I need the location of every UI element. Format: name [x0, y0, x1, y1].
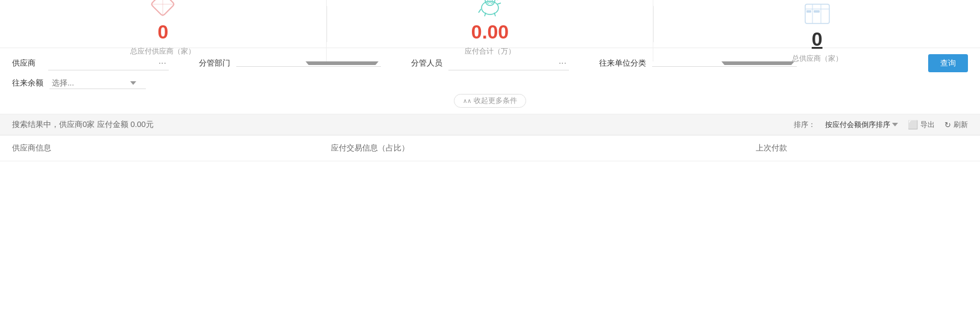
svg-point-4	[485, 0, 495, 5]
stats-bar: 0 总应付供应商（家）	[0, 0, 980, 48]
payable-total-count: 0.00	[471, 20, 509, 43]
filter-row-2: 往来余额	[12, 77, 968, 89]
svg-rect-17	[806, 10, 811, 13]
stat-total-payable-suppliers: 0 总应付供应商（家）	[0, 0, 327, 61]
dept-label: 分管部门	[199, 58, 230, 69]
stat-total-suppliers: 快速录单的快捷键说明在这里 × 0 总供应商（家）	[654, 0, 980, 69]
export-button[interactable]: ⬜ 导出	[908, 120, 935, 130]
svg-rect-18	[814, 10, 820, 13]
dept-chevron-icon	[306, 61, 378, 65]
refresh-icon: ↻	[944, 120, 951, 129]
supplier-input[interactable]	[51, 58, 129, 67]
total-suppliers-label: 总供应商（家）	[792, 54, 843, 64]
payable-total-label: 应付合计（万）	[465, 46, 515, 57]
total-payable-count: 0	[157, 20, 168, 43]
supplier-input-wrap[interactable]: ···	[48, 57, 169, 70]
sort-label: 排序：	[794, 120, 815, 130]
total-payable-label: 总应付供应商（家）	[130, 46, 195, 57]
svg-line-10	[479, 9, 481, 13]
export-icon: ⬜	[908, 120, 918, 129]
svg-point-7	[487, 0, 488, 1]
refresh-button[interactable]: ↻ 刷新	[944, 120, 968, 130]
sort-value: 按应付会额倒序排序	[825, 120, 890, 130]
person-label: 分管人员	[411, 58, 442, 69]
refresh-label: 刷新	[953, 120, 968, 130]
svg-line-9	[497, 3, 501, 4]
svg-point-8	[492, 0, 493, 1]
balance-chevron-icon	[130, 81, 136, 85]
stat-payable-total: 0.00 应付合计（万）	[327, 0, 654, 61]
dept-select-wrap[interactable]	[236, 60, 381, 67]
result-summary: 搜索结果中，供应商0家 应付金额 0.00元	[12, 119, 794, 130]
svg-point-3	[482, 1, 498, 14]
total-suppliers-count[interactable]: 0	[812, 28, 823, 51]
svg-rect-13	[805, 4, 829, 23]
sort-select[interactable]: 按应付会额倒序排序	[825, 120, 898, 130]
supplier-dots-button[interactable]: ···	[159, 58, 166, 69]
collapse-up-icon: ∧∧	[463, 98, 471, 104]
table-col-payable-info: 应付交易信息（占比）	[331, 143, 756, 153]
unit-class-label: 往来单位分类	[599, 58, 646, 69]
collapse-label: 收起更多条件	[474, 96, 517, 106]
person-dots-button[interactable]: ···	[559, 58, 567, 69]
svg-point-6	[491, 2, 493, 4]
table-body	[0, 161, 980, 310]
balance-input[interactable]	[52, 78, 130, 87]
balance-select-wrap[interactable]	[49, 77, 146, 89]
table-col-supplier-info: 供应商信息	[12, 143, 331, 153]
svg-point-5	[487, 2, 489, 4]
table-col-last-payment: 上次付款	[756, 143, 968, 153]
table-header: 供应商信息 应付交易信息（占比） 上次付款	[0, 135, 980, 161]
balance-label: 往来余额	[12, 78, 43, 88]
export-label: 导出	[920, 120, 935, 130]
collapse-bar: ∧∧ 收起更多条件	[12, 94, 968, 108]
pig-icon	[475, 0, 505, 19]
person-input-wrap[interactable]: ···	[448, 57, 569, 70]
sort-chevron-icon	[892, 123, 898, 126]
supplier-label: 供应商	[12, 58, 42, 69]
result-bar: 搜索结果中，供应商0家 应付金额 0.00元 排序： 按应付会额倒序排序 ⬜ 导…	[0, 114, 980, 135]
chart-icon	[804, 3, 831, 26]
diamond-icon	[149, 0, 176, 19]
collapse-button[interactable]: ∧∧ 收起更多条件	[454, 94, 526, 108]
person-input[interactable]	[451, 58, 529, 67]
result-actions: 排序： 按应付会额倒序排序 ⬜ 导出 ↻ 刷新	[794, 120, 968, 130]
